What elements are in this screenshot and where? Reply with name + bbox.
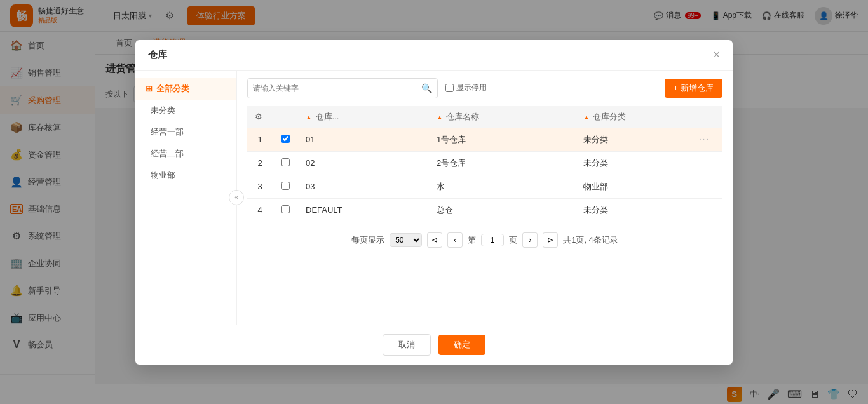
search-box: 🔍 <box>247 78 438 98</box>
table-toolbar: 🔍 显示停用 + 新增仓库 <box>247 78 722 98</box>
th-warehouse-code[interactable]: ▲ 仓库... <box>298 106 429 128</box>
page-next-button[interactable]: › <box>522 232 538 248</box>
th-warehouse-name[interactable]: ▲ 仓库名称 <box>429 106 576 128</box>
per-page-label: 每页显示 <box>351 234 384 246</box>
row-name-4: 总仓 <box>429 198 576 222</box>
row-no-1: 1 <box>247 128 273 151</box>
table-row[interactable]: 4 DEFAULT 总仓 未分类 <box>247 198 722 222</box>
category-item-unclassified[interactable]: 未分类 <box>135 100 236 121</box>
modal-title: 仓库 <box>148 49 167 61</box>
row-code-1: 01 <box>298 128 429 151</box>
category-all-item[interactable]: ⊞ 全部分类 <box>135 78 236 100</box>
cancel-button[interactable]: 取消 <box>383 334 431 356</box>
row-no-4: 4 <box>247 198 273 222</box>
warehouse-modal: 仓库 × ⊞ 全部分类 未分类 经营一部 经营二部 <box>135 40 733 365</box>
table-row[interactable]: 2 02 2号仓库 未分类 <box>247 151 722 175</box>
table-panel: 🔍 显示停用 + 新增仓库 ⚙ ▲ <box>237 71 733 325</box>
row-category-2: 未分类 <box>576 151 722 175</box>
search-icon[interactable]: 🔍 <box>421 83 432 93</box>
page-label: 第 <box>468 234 476 246</box>
modal-footer: 取消 确定 <box>135 325 733 365</box>
show-disabled-label[interactable]: 显示停用 <box>445 83 487 93</box>
page-input[interactable] <box>481 234 504 246</box>
row-no-2: 2 <box>247 151 273 175</box>
row-check-4[interactable] <box>281 205 290 213</box>
row-name-3: 水 <box>429 175 576 198</box>
sort-name-icon: ▲ <box>437 114 443 121</box>
table-row[interactable]: 3 03 水 物业部 <box>247 175 722 198</box>
modal-close-button[interactable]: × <box>713 49 720 60</box>
row-name-1: 1号仓库 <box>429 128 576 151</box>
total-info: 共1页, 4条记录 <box>563 234 618 246</box>
show-disabled-checkbox[interactable] <box>445 84 454 92</box>
per-page-select[interactable]: 50 10 20 100 <box>390 233 422 247</box>
table-row[interactable]: 1 01 1号仓库 未分类 ··· <box>247 128 722 151</box>
row-check-1[interactable] <box>281 135 290 143</box>
row-check-3[interactable] <box>281 182 290 190</box>
row-check-2[interactable] <box>281 158 290 166</box>
search-input[interactable] <box>253 84 421 93</box>
page-first-button[interactable]: ⊲ <box>427 232 442 248</box>
category-panel: ⊞ 全部分类 未分类 经营一部 经营二部 物业部 « <box>135 71 237 325</box>
row-action-1[interactable]: ··· <box>699 134 710 144</box>
pagination: 每页显示 50 10 20 100 ⊲ ‹ 第 页 › ⊳ 共1页, 4条记录 <box>247 222 722 253</box>
category-item-property[interactable]: 物业部 <box>135 165 236 186</box>
row-category-4: 未分类 <box>576 198 722 222</box>
row-category-1: 未分类 ··· <box>576 128 722 151</box>
page-last-button[interactable]: ⊳ <box>543 232 558 248</box>
category-all-icon: ⊞ <box>146 84 153 93</box>
category-item-ops1[interactable]: 经营一部 <box>135 121 236 143</box>
row-code-2: 02 <box>298 151 429 175</box>
category-collapse-button[interactable]: « <box>229 190 244 205</box>
row-code-3: 03 <box>298 175 429 198</box>
row-name-2: 2号仓库 <box>429 151 576 175</box>
th-check <box>273 106 298 128</box>
page-prev-button[interactable]: ‹ <box>447 232 463 248</box>
th-warehouse-category[interactable]: ▲ 仓库分类 <box>576 106 722 128</box>
sort-category-icon: ▲ <box>583 114 590 121</box>
add-warehouse-button[interactable]: + 新增仓库 <box>665 79 722 98</box>
category-item-ops2[interactable]: 经营二部 <box>135 143 236 165</box>
row-no-3: 3 <box>247 175 273 198</box>
row-category-3: 物业部 <box>576 175 722 198</box>
th-gear[interactable]: ⚙ <box>247 106 273 128</box>
modal-overlay[interactable]: 仓库 × ⊞ 全部分类 未分类 经营一部 经营二部 <box>0 0 868 404</box>
category-all-label: 全部分类 <box>156 83 189 95</box>
confirm-button[interactable]: 确定 <box>438 335 485 355</box>
modal-body: ⊞ 全部分类 未分类 经营一部 经营二部 物业部 « <box>135 71 733 325</box>
page-unit: 页 <box>509 234 517 246</box>
row-code-4: DEFAULT <box>298 198 429 222</box>
warehouse-table: ⚙ ▲ 仓库... ▲ 仓库名称 ▲ <box>247 106 722 222</box>
modal-header: 仓库 × <box>135 40 733 71</box>
sort-code-icon: ▲ <box>306 114 312 121</box>
